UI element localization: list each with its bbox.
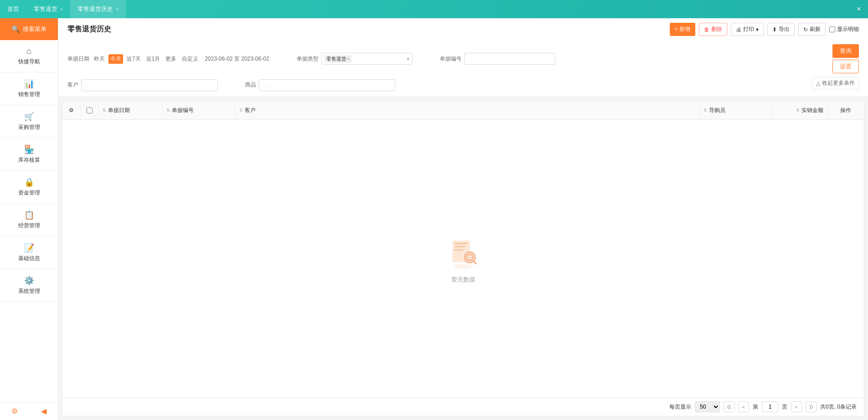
filter-area: 单据日期 昨天 今天 近7天 近1月 更多 自定义 2023-06-02 至 2… xyxy=(67,41,859,93)
col-guide-label: 导购员 xyxy=(709,107,725,114)
customer-label: 客户 xyxy=(67,81,78,89)
main-layout: 🔍 搜索菜单 ⌂ 快捷导航 📊 销售管理 🛒 采购管理 🏪 库存核算 🔒 资金管… xyxy=(0,18,868,420)
sidebar-settings-button[interactable]: ⚙ xyxy=(11,407,18,415)
sidebar-item-sales-label: 销售管理 xyxy=(18,91,40,98)
page-number-input[interactable] xyxy=(762,401,778,412)
voucher-number-input[interactable] xyxy=(464,53,555,65)
date-opt-1month[interactable]: 近1月 xyxy=(144,54,162,64)
svg-rect-3 xyxy=(454,246,465,247)
col-date[interactable]: ⇅ 单据日期 xyxy=(99,101,163,119)
col-checkbox xyxy=(81,101,99,119)
sales-icon: 📊 xyxy=(24,79,34,89)
col-customer[interactable]: ⇅ 客户 xyxy=(236,101,700,119)
delete-button[interactable]: 🗑 删除 xyxy=(699,23,727,36)
topbar: 首页 零售退货 × 零售退货历史 × × xyxy=(0,0,868,18)
page-size-label: 每页显示 xyxy=(669,403,691,411)
sidebar-item-inventory[interactable]: 🏪 库存核算 xyxy=(0,138,58,171)
col-action-label: 操作 xyxy=(840,107,851,114)
sidebar-item-sales[interactable]: 📊 销售管理 xyxy=(0,72,58,105)
date-opt-custom[interactable]: 自定义 xyxy=(180,54,200,64)
prev-page-button[interactable]: ＜ xyxy=(738,401,749,412)
export-button[interactable]: ⬆ 导出 xyxy=(767,23,795,36)
customer-placeholder: … xyxy=(85,82,91,88)
date-opt-today[interactable]: 今天 xyxy=(108,54,123,64)
svg-rect-2 xyxy=(454,243,468,244)
col-customer-label: 客户 xyxy=(245,107,256,114)
sidebar-item-purchase[interactable]: 🛒 采购管理 xyxy=(0,105,58,138)
sidebar-item-purchase-label: 采购管理 xyxy=(18,123,40,131)
col-settings[interactable]: ⚙ xyxy=(62,101,81,119)
next-page-button[interactable]: ＞ xyxy=(791,401,802,412)
filter-row-2: 客户 … 商品 … △ xyxy=(67,77,859,93)
goods-label: 商品 xyxy=(245,81,256,89)
print-button[interactable]: 🖨 打印 ▾ xyxy=(731,23,764,36)
tab-retail-return-label: 零售退货 xyxy=(34,5,57,13)
sidebar-search-button[interactable]: 🔍 搜索菜单 xyxy=(0,18,58,40)
show-detail-input[interactable] xyxy=(829,26,835,32)
refresh-icon: ↻ xyxy=(803,26,808,33)
collapse-arrow-icon: △ xyxy=(816,80,820,87)
search-icon: 🔍 xyxy=(11,25,20,33)
col-amount[interactable]: ⇅ 实销金额 xyxy=(773,101,827,119)
sidebar-item-basic-label: 基础信息 xyxy=(18,255,40,262)
sidebar: 🔍 搜索菜单 ⌂ 快捷导航 📊 销售管理 🛒 采购管理 🏪 库存核算 🔒 资金管… xyxy=(0,18,58,420)
tab-home-label: 首页 xyxy=(7,5,19,13)
page-title: 零售退货历史 xyxy=(67,25,111,34)
date-opt-more[interactable]: 更多 xyxy=(164,54,178,64)
col-number[interactable]: ⇅ 单据编号 xyxy=(163,101,236,119)
voucher-type-tag-close[interactable]: × xyxy=(347,56,350,61)
empty-state: 暂无数据 xyxy=(62,120,864,397)
page-size-select[interactable]: 10 20 50 100 xyxy=(695,401,720,412)
voucher-type-select[interactable]: 零售退货 × ▾ xyxy=(321,53,412,65)
tab-retail-return-history-label: 零售退货历史 xyxy=(77,5,113,13)
col-guide-sort-icon: ⇅ xyxy=(704,108,707,113)
show-detail-checkbox[interactable]: 显示明细 xyxy=(829,26,859,33)
first-page-button[interactable]: ⟨⟨ xyxy=(724,401,734,412)
home-icon: ⌂ xyxy=(26,46,31,56)
select-all-checkbox[interactable] xyxy=(87,108,92,113)
col-amount-label: 实销金额 xyxy=(801,107,823,114)
sidebar-footer: ⚙ ◀ xyxy=(0,402,58,420)
sidebar-item-finance[interactable]: 🔒 资金管理 xyxy=(0,171,58,204)
customer-select[interactable]: … xyxy=(81,79,218,91)
voucher-type-label: 单据类型 xyxy=(297,55,318,63)
new-button[interactable]: + 新增 xyxy=(670,23,695,36)
settings-button[interactable]: 设置 xyxy=(832,60,859,73)
date-opt-yesterday[interactable]: 昨天 xyxy=(92,54,107,64)
svg-point-0 xyxy=(453,264,473,269)
sidebar-item-system[interactable]: ⚙️ 系统管理 xyxy=(0,269,58,302)
sidebar-item-basic[interactable]: 📝 基础信息 xyxy=(0,236,58,269)
voucher-number-label: 单据编号 xyxy=(440,55,462,63)
last-page-button[interactable]: ⟩⟩ xyxy=(806,401,817,412)
date-range-display: 2023-06-02 至 2023-06-02 xyxy=(205,55,269,63)
tab-home[interactable]: 首页 xyxy=(0,0,26,18)
sidebar-audio-button[interactable]: ◀ xyxy=(41,407,46,415)
empty-icon xyxy=(445,234,482,270)
operations-icon: 📋 xyxy=(24,210,34,220)
goods-select[interactable]: … xyxy=(259,79,395,91)
tab-retail-return-close[interactable]: × xyxy=(60,6,63,12)
tab-retail-return-history-close[interactable]: × xyxy=(116,6,118,12)
voucher-type-arrow-icon: ▾ xyxy=(407,56,409,61)
query-button[interactable]: 查询 xyxy=(832,44,859,58)
purchase-icon: 🛒 xyxy=(24,112,34,122)
collapse-button[interactable]: △ 收起更多条件 xyxy=(812,77,859,89)
refresh-button[interactable]: ↻ 刷新 xyxy=(798,23,826,36)
total-info: 共0页, 0条记录 xyxy=(820,403,857,411)
svg-line-7 xyxy=(473,261,476,264)
tab-retail-return-history[interactable]: 零售退货历史 × xyxy=(70,0,126,18)
settings-gear-icon[interactable]: ⚙ xyxy=(69,107,74,113)
col-guide[interactable]: ⇅ 导购员 xyxy=(700,101,773,119)
date-filter-label: 单据日期 xyxy=(67,55,89,63)
toolbar: + 新增 🗑 删除 🖨 打印 ▾ ⬆ 导出 ↻ xyxy=(670,23,859,36)
export-icon: ⬆ xyxy=(772,26,777,33)
date-opt-7days[interactable]: 近7天 xyxy=(125,54,143,64)
sidebar-item-finance-label: 资金管理 xyxy=(18,189,40,197)
tab-retail-return[interactable]: 零售退货 × xyxy=(26,0,70,18)
sidebar-item-operations-label: 经营管理 xyxy=(18,222,40,230)
sidebar-item-operations[interactable]: 📋 经营管理 xyxy=(0,204,58,236)
window-close-button[interactable]: × xyxy=(850,0,868,18)
sidebar-search-label: 搜索菜单 xyxy=(23,25,46,33)
collapse-label: 收起更多条件 xyxy=(822,79,855,87)
sidebar-item-quick-nav[interactable]: ⌂ 快捷导航 xyxy=(0,40,58,72)
